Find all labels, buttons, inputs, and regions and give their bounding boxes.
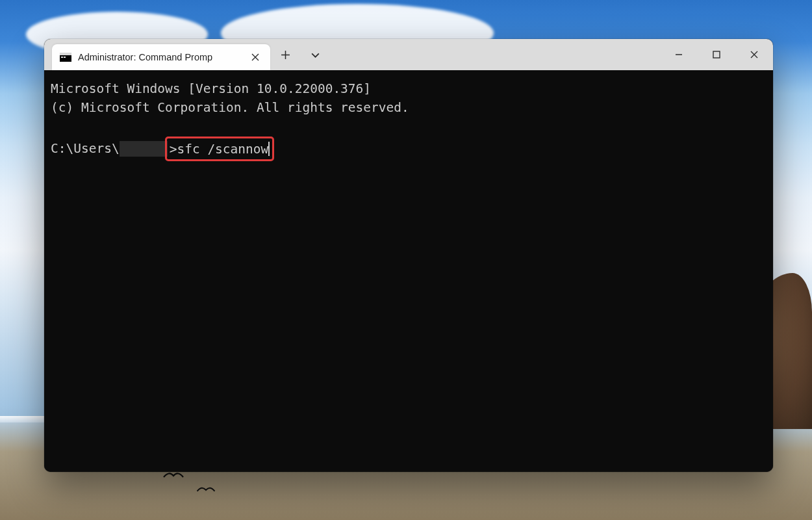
close-icon	[750, 50, 759, 59]
wallpaper-bird-icon	[196, 484, 216, 495]
terminal-prompt-line: C:\Users\>sfc /scannow	[51, 136, 767, 161]
command-prompt-icon	[60, 53, 71, 62]
redacted-username	[120, 141, 168, 157]
minimize-icon	[674, 50, 683, 59]
tab-dropdown-button[interactable]	[300, 39, 330, 70]
terminal-window: Administrator: Command Promp	[44, 39, 773, 472]
window-titlebar[interactable]: Administrator: Command Promp	[44, 39, 773, 70]
prompt-suffix: >	[170, 142, 177, 157]
close-icon	[251, 53, 259, 61]
svg-rect-0	[713, 51, 720, 58]
terminal-line: Microsoft Windows [Version 10.0.22000.37…	[51, 81, 371, 96]
tab-title: Administrator: Command Promp	[78, 52, 240, 62]
command-highlight-box: >sfc /scannow	[165, 136, 274, 161]
maximize-icon	[712, 50, 721, 59]
plus-icon	[281, 50, 290, 60]
maximize-button[interactable]	[698, 39, 735, 70]
text-cursor	[268, 142, 270, 156]
tab-close-button[interactable]	[247, 49, 264, 66]
new-tab-button[interactable]	[270, 39, 300, 70]
desktop-wallpaper: Administrator: Command Promp	[0, 0, 812, 520]
terminal-line: (c) Microsoft Corporation. All rights re…	[51, 100, 409, 115]
tab-command-prompt[interactable]: Administrator: Command Promp	[52, 44, 270, 70]
prompt-path-prefix: C:\Users\	[51, 139, 120, 158]
terminal-output[interactable]: Microsoft Windows [Version 10.0.22000.37…	[44, 70, 773, 472]
typed-command: sfc /scannow	[177, 142, 268, 157]
chevron-down-icon	[311, 50, 320, 60]
window-close-button[interactable]	[735, 39, 773, 70]
minimize-button[interactable]	[660, 39, 698, 70]
